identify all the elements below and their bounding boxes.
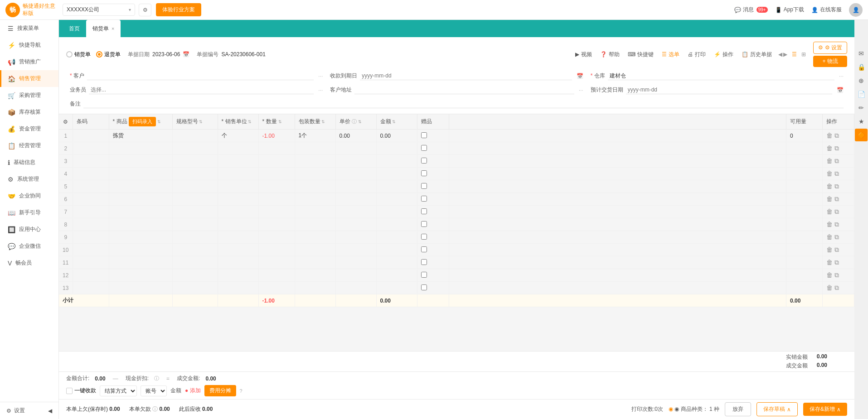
- row-gift-check-10[interactable]: [421, 259, 427, 265]
- copy-icon-3[interactable]: ⧉: [834, 170, 839, 178]
- row-spec-5[interactable]: [172, 193, 218, 206]
- right-icon-orange[interactable]: 🔶: [855, 129, 868, 141]
- row-pack-6[interactable]: [295, 206, 335, 218]
- row-gift-5[interactable]: [417, 193, 449, 206]
- delete-icon-5[interactable]: 🗑: [826, 195, 833, 203]
- copy-icon-4[interactable]: ⧉: [834, 183, 839, 190]
- tab-close-icon[interactable]: ×: [112, 26, 114, 31]
- row-barcode-7[interactable]: [73, 218, 109, 231]
- salesperson-dots-icon[interactable]: ···: [318, 87, 323, 93]
- settings-button[interactable]: ⚙ ⚙ 设置: [813, 42, 847, 54]
- row-product-9[interactable]: [109, 244, 172, 256]
- row-qty-10[interactable]: [258, 256, 295, 269]
- row-pack-3[interactable]: [295, 168, 335, 180]
- copy-icon-8[interactable]: ⧉: [834, 233, 839, 241]
- row-qty-0[interactable]: -1.00: [258, 130, 295, 142]
- select-btn[interactable]: ☰ 选单: [660, 50, 681, 59]
- notes-input[interactable]: [83, 100, 844, 108]
- operate-btn[interactable]: ⚡ 操作: [712, 50, 735, 59]
- delete-icon-4[interactable]: 🗑: [826, 183, 833, 190]
- list-view-icon[interactable]: ☰: [792, 51, 797, 58]
- row-qty-7[interactable]: [258, 218, 295, 231]
- row-product-3[interactable]: [109, 168, 172, 180]
- salesperson-input[interactable]: [89, 86, 314, 94]
- row-amount-4[interactable]: [376, 180, 417, 193]
- logistics-button[interactable]: + 物流: [813, 56, 847, 67]
- add-button[interactable]: ● 添加: [185, 387, 201, 395]
- row-barcode-8[interactable]: [73, 231, 109, 244]
- row-gift-11[interactable]: [417, 269, 449, 282]
- sidebar-item-13[interactable]: 💬企业微信: [0, 238, 58, 255]
- row-gift-6[interactable]: [417, 206, 449, 218]
- expected-delivery-input[interactable]: [626, 86, 832, 94]
- row-gift-check-5[interactable]: [421, 196, 427, 202]
- row-gift-check-11[interactable]: [421, 272, 427, 278]
- row-qty-3[interactable]: [258, 168, 295, 180]
- row-spec-10[interactable]: [172, 256, 218, 269]
- row-price-10[interactable]: [335, 256, 376, 269]
- save-new-button[interactable]: 保存&新增 ∧: [803, 403, 847, 416]
- row-spec-7[interactable]: [172, 218, 218, 231]
- copy-icon-2[interactable]: ⧉: [834, 157, 839, 165]
- row-product-12[interactable]: [109, 282, 172, 294]
- sidebar-item-1[interactable]: ⚡快捷导航: [0, 37, 58, 53]
- tab-sales-order[interactable]: 销货单 ×: [86, 20, 121, 37]
- row-unit-11[interactable]: [218, 269, 258, 282]
- row-spec-2[interactable]: [172, 155, 218, 168]
- app-download-btn[interactable]: 📱 App下载: [775, 6, 804, 14]
- row-spec-0[interactable]: [172, 130, 218, 142]
- row-product-8[interactable]: [109, 231, 172, 244]
- row-pack-2[interactable]: [295, 155, 335, 168]
- radio-sales[interactable]: 销货单: [66, 51, 91, 58]
- row-gift-0[interactable]: [417, 130, 449, 142]
- row-gift-check-6[interactable]: [421, 208, 427, 214]
- copy-icon-6[interactable]: ⧉: [834, 208, 839, 216]
- sidebar-item-12[interactable]: 🔲应用中心: [0, 221, 58, 238]
- copy-icon-12[interactable]: ⧉: [834, 284, 839, 292]
- row-price-5[interactable]: [335, 193, 376, 206]
- delivery-calendar-icon[interactable]: 📅: [837, 87, 844, 93]
- row-amount-5[interactable]: [376, 193, 417, 206]
- row-pack-5[interactable]: [295, 193, 335, 206]
- row-qty-11[interactable]: [258, 269, 295, 282]
- row-gift-check-1[interactable]: [421, 145, 427, 151]
- save-draft-button[interactable]: 保存草稿 ∧: [756, 402, 798, 416]
- right-icon-edit[interactable]: ✏: [855, 101, 868, 114]
- row-spec-11[interactable]: [172, 269, 218, 282]
- row-price-7[interactable]: [335, 218, 376, 231]
- sidebar-item-9[interactable]: ⚙系统管理: [0, 171, 58, 188]
- row-unit-0[interactable]: 个: [218, 130, 258, 142]
- row-gift-10[interactable]: [417, 256, 449, 269]
- row-qty-1[interactable]: [258, 142, 295, 155]
- row-unit-5[interactable]: [218, 193, 258, 206]
- abandon-button[interactable]: 放弃: [725, 402, 751, 416]
- row-product-0[interactable]: 拣货: [109, 130, 172, 142]
- row-product-6[interactable]: [109, 206, 172, 218]
- row-product-1[interactable]: [109, 142, 172, 155]
- row-price-2[interactable]: [335, 155, 376, 168]
- row-product-4[interactable]: [109, 180, 172, 193]
- delete-icon-11[interactable]: 🗑: [826, 271, 833, 279]
- row-gift-check-12[interactable]: [421, 284, 427, 290]
- row-barcode-2[interactable]: [73, 155, 109, 168]
- sidebar-item-3[interactable]: 🏠销售管理: [0, 70, 58, 87]
- row-unit-6[interactable]: [218, 206, 258, 218]
- row-barcode-12[interactable]: [73, 282, 109, 294]
- row-product-5[interactable]: [109, 193, 172, 206]
- customer-addr-input[interactable]: [354, 86, 574, 94]
- row-gift-check-3[interactable]: [421, 170, 427, 176]
- row-product-10[interactable]: [109, 256, 172, 269]
- row-pack-4[interactable]: [295, 180, 335, 193]
- row-unit-3[interactable]: [218, 168, 258, 180]
- settings-icon[interactable]: ⚙: [139, 4, 151, 16]
- right-icon-mail[interactable]: ✉: [855, 47, 868, 60]
- online-service-btn[interactable]: 👤 在线客服: [811, 6, 842, 14]
- row-gift-4[interactable]: [417, 180, 449, 193]
- radio-return[interactable]: 退货单: [96, 51, 121, 58]
- row-qty-2[interactable]: [258, 155, 295, 168]
- row-amount-6[interactable]: [376, 206, 417, 218]
- row-gift-2[interactable]: [417, 155, 449, 168]
- row-gift-8[interactable]: [417, 231, 449, 244]
- row-qty-5[interactable]: [258, 193, 295, 206]
- row-price-9[interactable]: [335, 244, 376, 256]
